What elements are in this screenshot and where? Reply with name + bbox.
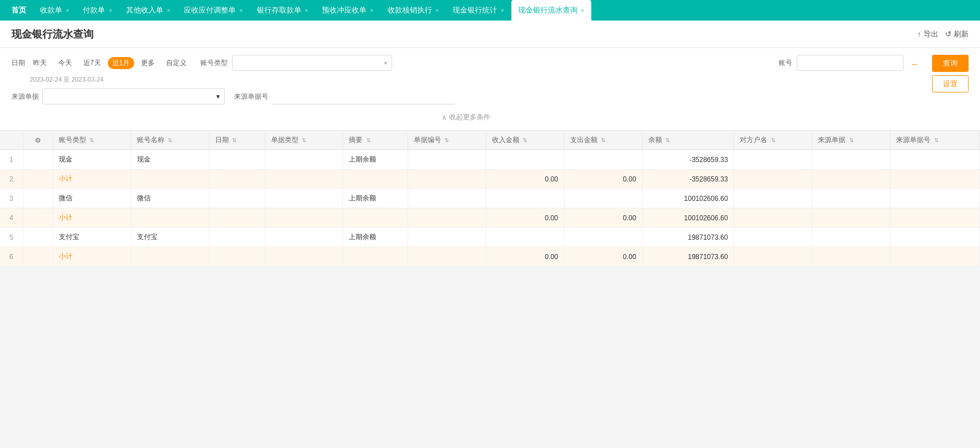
row-income: [486, 189, 564, 208]
col-account-name[interactable]: 账号名称 ⇅: [131, 131, 209, 150]
nav-tab-close[interactable]: ×: [167, 7, 170, 14]
row-index: 3: [0, 189, 23, 208]
col-counterpart[interactable]: 对方户名 ⇅: [734, 131, 812, 150]
nav-tab-fukuandan[interactable]: 付款单 ×: [76, 0, 119, 21]
nav-tab-shoukuandan[interactable]: 收款单 ×: [33, 0, 76, 21]
row-summary: 上期余额: [343, 189, 408, 208]
sort-icon: ⇅: [302, 138, 306, 143]
date-options: 昨天 今天 近7天 近1月 更多 自定义: [29, 57, 191, 69]
nav-tab-close[interactable]: ×: [435, 7, 439, 14]
row-doc-type: [265, 150, 343, 169]
setting-button[interactable]: 设置: [932, 75, 969, 92]
nav-tab-qitashouru[interactable]: 其他收入单 ×: [119, 0, 177, 21]
nav-tab-yingshouyingfu[interactable]: 应收应付调整单 ×: [177, 0, 249, 21]
chevron-down-icon: ▾: [384, 60, 387, 66]
row-account-type: 微信: [53, 189, 131, 208]
date-option-more[interactable]: 更多: [136, 57, 159, 69]
refresh-icon: ↺: [945, 30, 951, 38]
col-source-doc-no[interactable]: 来源单据号 ⇅: [890, 131, 980, 150]
collapse-label: 收起更多条件: [449, 112, 490, 122]
table-row: 2小计0.000.00-3528659.33: [0, 169, 980, 189]
nav-tab-yushouchong[interactable]: 预收冲应收单 ×: [315, 0, 380, 21]
filter-row-2: 来源单据 ▾ 来源单据号: [11, 88, 921, 104]
sort-icon: ⇅: [523, 138, 527, 143]
col-doc-type[interactable]: 单据类型 ⇅: [265, 131, 343, 150]
row-account-type: 小计: [53, 247, 131, 267]
date-filter: 日期 昨天 今天 近7天 近1月 更多 自定义: [11, 57, 191, 69]
nav-tab-close[interactable]: ×: [305, 7, 308, 14]
row-date: [209, 228, 265, 247]
collapse-bar[interactable]: ∧ 收起更多条件: [11, 109, 921, 123]
header-actions: ↑ 导出 ↺ 刷新: [918, 29, 969, 39]
row-index: 1: [0, 150, 23, 169]
source-doc-filter: 来源单据 ▾: [11, 88, 225, 104]
row-source-doc-no: [890, 189, 980, 208]
row-doc-type: [265, 169, 343, 189]
nav-tab-xianjintongji[interactable]: 现金银行统计 ×: [446, 0, 511, 21]
row-index: 4: [0, 208, 23, 228]
account-type-select[interactable]: ▾: [232, 55, 392, 71]
nav-tab-label: 预收冲应收单: [322, 5, 366, 15]
row-source-doc: [812, 228, 890, 247]
row-expense: [564, 228, 642, 247]
row-source-doc-no: [890, 247, 980, 267]
account-input[interactable]: [797, 55, 904, 71]
col-date[interactable]: 日期 ⇅: [209, 131, 265, 150]
nav-tab-close[interactable]: ×: [370, 7, 373, 14]
refresh-button[interactable]: ↺ 刷新: [945, 29, 969, 39]
account-label: 账号: [779, 58, 792, 68]
row-expense: 0.00: [564, 169, 642, 189]
sort-icon: ⇅: [666, 138, 670, 143]
row-balance: 100102606.60: [642, 208, 734, 228]
nav-tab-close[interactable]: ×: [66, 7, 69, 14]
date-option-yesterday[interactable]: 昨天: [29, 57, 51, 69]
date-option-custom[interactable]: 自定义: [162, 57, 191, 69]
col-doc-no[interactable]: 单据编号 ⇅: [408, 131, 486, 150]
query-button[interactable]: 查询: [932, 55, 969, 72]
date-option-7days[interactable]: 近7天: [79, 57, 106, 69]
nav-tab-close[interactable]: ×: [581, 7, 584, 14]
source-doc-select[interactable]: ▾: [42, 88, 225, 104]
col-balance[interactable]: 余额 ⇅: [642, 131, 734, 150]
source-doc-no-input[interactable]: [272, 88, 454, 104]
table-header-row: ⚙ 账号类型 ⇅ 账号名称 ⇅ 日期 ⇅ 单据类型 ⇅ 摘要 ⇅ 单据编号 ⇅ …: [0, 131, 980, 150]
row-index: 2: [0, 169, 23, 189]
row-account-name: [131, 208, 209, 228]
nav-tab-close[interactable]: ×: [108, 7, 112, 14]
row-date: [209, 150, 265, 169]
sort-icon: ⇅: [771, 138, 776, 143]
export-button[interactable]: ↑ 导出: [918, 29, 939, 39]
col-summary[interactable]: 摘要 ⇅: [343, 131, 408, 150]
nav-tab-yinhangcunkuan[interactable]: 银行存取款单 ×: [250, 0, 315, 21]
col-account-type[interactable]: 账号类型 ⇅: [53, 131, 131, 150]
nav-tab-label: 应收应付调整单: [184, 5, 236, 15]
col-income[interactable]: 收入金额 ⇅: [486, 131, 564, 150]
nav-tab-shoukuanhexiao[interactable]: 收款核销执行 ×: [381, 0, 446, 21]
row-doc-type: [265, 247, 343, 267]
sort-icon: ⇅: [934, 138, 939, 143]
nav-home[interactable]: 首页: [5, 0, 33, 21]
row-summary: 上期余额: [343, 150, 408, 169]
refresh-label: 刷新: [954, 29, 969, 39]
col-gear[interactable]: ⚙: [23, 131, 53, 150]
row-gear: [23, 150, 53, 169]
row-gear: [23, 228, 53, 247]
nav-tab-liushui[interactable]: 现金银行流水查询 ×: [511, 0, 591, 21]
nav-tab-label: 现金银行流水查询: [518, 5, 578, 15]
row-source-doc: [812, 169, 890, 189]
nav-tab-close[interactable]: ×: [239, 7, 243, 14]
sort-icon: ⇅: [849, 138, 854, 143]
sort-icon: ⇅: [601, 138, 606, 143]
date-option-today[interactable]: 今天: [54, 57, 76, 69]
account-dots-button[interactable]: ...: [908, 59, 921, 67]
row-summary: [343, 169, 408, 189]
row-source-doc: [812, 208, 890, 228]
nav-tab-close[interactable]: ×: [501, 7, 504, 14]
date-option-1month[interactable]: 近1月: [108, 57, 135, 69]
col-source-doc[interactable]: 来源单据 ⇅: [812, 131, 890, 150]
row-gear: [23, 169, 53, 189]
table-row: 5支付宝支付宝上期余额19871073.60: [0, 228, 980, 247]
account-type-label: 账号类型: [200, 58, 228, 68]
row-expense: [564, 189, 642, 208]
col-expense[interactable]: 支出金额 ⇅: [564, 131, 642, 150]
